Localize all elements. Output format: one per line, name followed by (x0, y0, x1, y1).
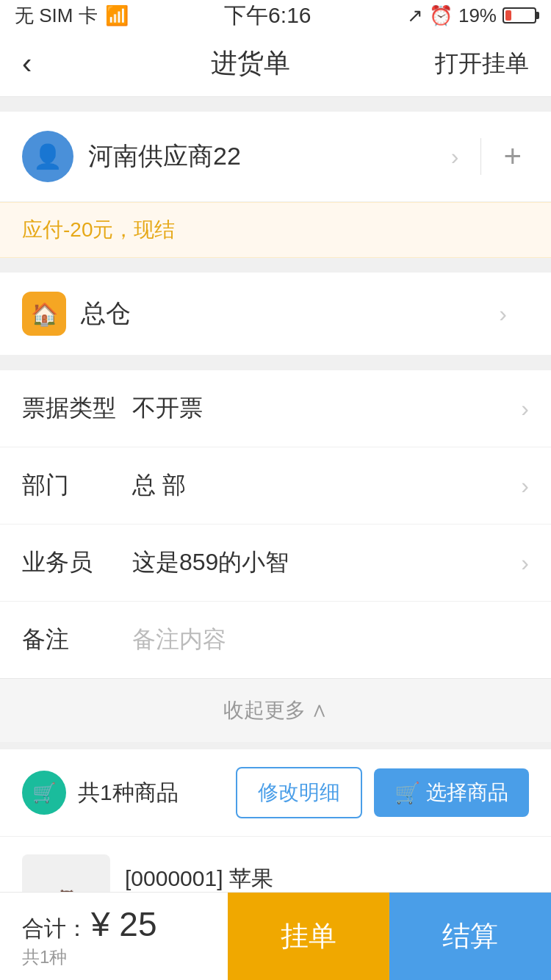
supplier-row[interactable]: 👤 河南供应商22 › + (0, 112, 551, 202)
footer: 合计： ¥ 25 共1种 挂单 结算 (0, 892, 551, 980)
footer-total-row: 合计： ¥ 25 (22, 904, 206, 944)
collapse-bar[interactable]: 收起更多 ∧ (0, 678, 551, 742)
supplier-notice: 应付-20元，现结 (0, 202, 551, 258)
avatar-icon: 👤 (33, 143, 62, 170)
total-sub: 共1种 (22, 945, 206, 969)
product-title: 苹果 (229, 866, 273, 890)
status-carrier: 无 SIM 卡 📶 (15, 3, 129, 29)
department-value: 总 部 (132, 469, 521, 502)
warehouse-icon: 🏠 (22, 292, 66, 336)
open-hang-button[interactable]: 打开挂单 (435, 48, 529, 80)
alarm-icon: ⏰ (429, 4, 453, 27)
salesman-chevron-icon: › (521, 550, 529, 577)
salesman-label: 业务员 (22, 547, 125, 579)
location-icon: ↗ (407, 4, 423, 27)
status-time: 下午6:16 (224, 1, 311, 31)
warehouse-name: 总仓 (81, 297, 499, 331)
nav-title: 进货单 (211, 46, 290, 82)
hang-button[interactable]: 挂单 (228, 893, 389, 981)
section-gap-3 (0, 355, 551, 370)
supplier-avatar: 👤 (22, 131, 73, 182)
remark-row[interactable]: 备注 备注内容 (0, 601, 551, 678)
invoice-label: 票据类型 (22, 392, 125, 425)
select-goods-label: 选择商品 (426, 779, 508, 807)
battery-fill (505, 10, 511, 21)
status-bar: 无 SIM 卡 📶 下午6:16 ↗ ⏰ 19% (0, 0, 551, 31)
carrier-text: 无 SIM 卡 (15, 3, 98, 29)
warehouse-chevron-icon: › (499, 300, 507, 328)
product-name: [0000001] 苹果 (125, 864, 492, 894)
warehouse-row[interactable]: 🏠 总仓 › (0, 273, 551, 355)
battery-percent: 19% (458, 4, 497, 27)
select-goods-button[interactable]: 🛒 选择商品 (374, 768, 529, 817)
salesman-row[interactable]: 业务员 这是859的小智 › (0, 524, 551, 601)
remark-input[interactable]: 备注内容 (132, 624, 529, 656)
section-gap-1 (0, 97, 551, 112)
supplier-chevron-icon: › (451, 143, 459, 170)
form-section: 票据类型 不开票 › 部门 总 部 › 业务员 这是859的小智 › 备注 备注… (0, 370, 551, 678)
salesman-value: 这是859的小智 (132, 547, 521, 579)
warehouse-section[interactable]: 🏠 总仓 › (0, 273, 551, 355)
invoice-row[interactable]: 票据类型 不开票 › (0, 370, 551, 447)
back-button[interactable]: ‹ (22, 47, 66, 80)
goods-icon: 🛒 (22, 771, 66, 815)
settle-button[interactable]: 结算 (389, 893, 551, 981)
department-row[interactable]: 部门 总 部 › (0, 447, 551, 524)
department-label: 部门 (22, 469, 125, 502)
edit-detail-button[interactable]: 修改明细 (236, 767, 362, 818)
invoice-chevron-icon: › (521, 395, 529, 422)
status-indicators: ↗ ⏰ 19% (407, 4, 536, 27)
product-code: [0000001] (125, 866, 223, 890)
supplier-section: 👤 河南供应商22 › + 应付-20元，现结 (0, 112, 551, 258)
remark-label: 备注 (22, 624, 125, 656)
cart-icon: 🛒 (32, 782, 56, 804)
invoice-value: 不开票 (132, 392, 521, 425)
battery-icon (503, 7, 536, 24)
footer-total: 合计： ¥ 25 共1种 (0, 904, 228, 969)
total-label: 合计： (22, 914, 88, 944)
supplier-name: 河南供应商22 (88, 140, 451, 173)
goods-count: 共1种商品 (78, 778, 236, 808)
total-amount: ¥ 25 (91, 904, 157, 944)
department-chevron-icon: › (521, 472, 529, 500)
vertical-divider (480, 138, 481, 175)
nav-bar: ‹ 进货单 打开挂单 (0, 31, 551, 97)
section-gap-2 (0, 258, 551, 273)
wifi-icon: 📶 (105, 4, 129, 27)
goods-header: 🛒 共1种商品 修改明细 🛒 选择商品 (0, 742, 551, 836)
add-supplier-button[interactable]: + (496, 139, 529, 174)
cart-add-icon: 🛒 (395, 781, 420, 805)
